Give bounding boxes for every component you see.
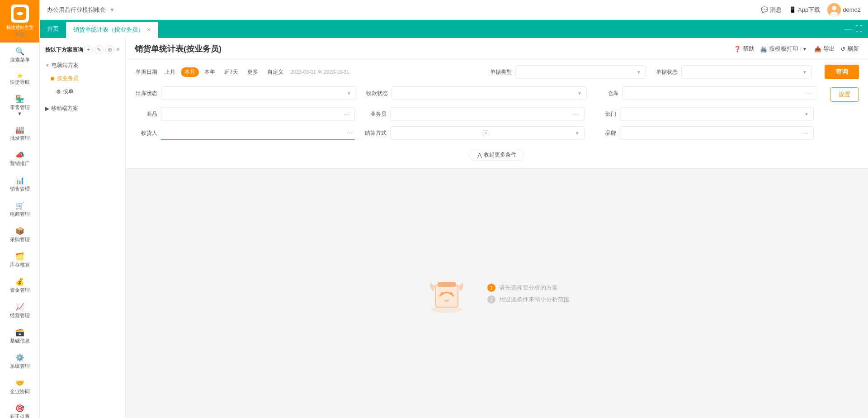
docstatus-caret: ▼ xyxy=(802,70,807,75)
marketing-icon: 📣 xyxy=(15,151,24,159)
sales-icon: 📊 xyxy=(15,176,24,185)
sidebar-item-enterprise[interactable]: 🤝 企业协同 xyxy=(0,374,39,399)
add-scheme-button[interactable]: + xyxy=(84,45,93,54)
help-button[interactable]: ❓ 帮助 xyxy=(734,45,755,53)
delete-scheme-button[interactable]: ⊕ xyxy=(105,45,114,54)
goods-dots[interactable]: ··· xyxy=(344,110,350,118)
user-avatar-button[interactable]: demo2 xyxy=(827,3,861,17)
goods-input[interactable]: ··· xyxy=(161,107,355,121)
sidebar-item-purchase[interactable]: 📦 采购管理 xyxy=(0,222,39,247)
topbar-right: 💬 消息 📱 App下载 demo2 xyxy=(761,3,861,17)
print-label: 按模板打印 xyxy=(769,45,798,53)
settlement-select[interactable]: × ▼ xyxy=(390,126,584,140)
export-button[interactable]: 📤 导出 xyxy=(814,45,835,53)
export-label: 导出 xyxy=(823,45,835,53)
search-menu[interactable]: 🔍 搜索菜单 xyxy=(0,43,39,68)
sidebar-item-label: 采购管理 xyxy=(10,236,30,243)
tabbar: 首页 销货单统计表（按业务员） ✕ — ⛶ xyxy=(40,20,868,38)
sidebar-item-system[interactable]: ⚙️ 系统管理 xyxy=(0,349,39,374)
shortcut-nav[interactable]: ⭐ 快捷导航 xyxy=(10,68,30,90)
industry-dropdown-icon[interactable]: ▼ xyxy=(109,7,115,13)
collapse-panel-button[interactable]: « xyxy=(116,45,120,54)
query-button[interactable]: 查询 xyxy=(825,65,859,79)
operations-icon: 📈 xyxy=(15,303,24,311)
scheme-by-order[interactable]: ⚙ 按单 xyxy=(40,85,125,98)
page-title: 销货单统计表(按业务员) xyxy=(135,43,222,54)
sidebar-item-label: 营销推广 xyxy=(10,160,30,167)
date-filter-label: 单据日期 xyxy=(135,68,157,76)
desktop-scheme-label: 电脑端方案 xyxy=(52,62,79,69)
settings-button[interactable]: 设置 xyxy=(830,87,859,102)
tab-minimize-icon[interactable]: — xyxy=(844,25,852,33)
sidebar-item-label: 零售管理 xyxy=(10,104,30,111)
stock-status-select[interactable]: ▼ xyxy=(161,86,356,100)
date-range-text: 2023-03-01 至 2023-03-31 xyxy=(291,69,349,76)
page-header: 销货单统计表(按业务员) ❓ 帮助 🖨️ 按模板打印 ▼ 📤 xyxy=(126,38,868,59)
collapse-label: 收起更多条件 xyxy=(484,151,516,159)
refresh-button[interactable]: ↺ 刷新 xyxy=(840,45,859,53)
dept-select[interactable]: ▼ xyxy=(620,107,814,121)
message-button[interactable]: 💬 消息 xyxy=(761,6,782,14)
date-tab-more[interactable]: 更多 xyxy=(244,67,262,77)
right-panel: 销货单统计表(按业务员) ❓ 帮助 🖨️ 按模板打印 ▼ 📤 xyxy=(126,38,868,418)
sidebar-item-label: 库存核算 xyxy=(10,261,30,268)
date-tab-custom[interactable]: 自定义 xyxy=(264,67,287,77)
sidebar-item-retail[interactable]: 🏪 零售管理 xyxy=(0,90,39,121)
dept-filter-item: 部门 ▼ xyxy=(594,107,814,121)
sidebar-item-ecommerce[interactable]: 🛒 电商管理 xyxy=(0,197,39,222)
warehouse-label: 仓库 xyxy=(596,90,618,97)
sidebar-item-guide[interactable]: 🎯 新手引导 xyxy=(0,399,39,418)
print-dropdown-button[interactable]: ▼ xyxy=(800,47,809,52)
docstatus-label: 单据状态 xyxy=(655,68,678,76)
sidebar-item-sales[interactable]: 📊 销售管理 xyxy=(0,171,39,197)
edit-scheme-button[interactable]: ✎ xyxy=(94,45,104,54)
sidebar-item-wholesale[interactable]: 🏭 批发管理 xyxy=(0,121,39,146)
salesrep-input[interactable]: ··· xyxy=(390,107,584,121)
date-filter-item: 单据日期 上月 本月 本年 近7天 更多 自定义 2023-03-01 至 20… xyxy=(135,67,480,77)
brand-dots[interactable]: ··· xyxy=(802,129,809,137)
sidebar-item-finance[interactable]: 💰 资金管理 xyxy=(0,273,39,298)
settlement-clear-button[interactable]: × xyxy=(483,130,489,136)
sidebar-item-label: 资金管理 xyxy=(10,287,30,294)
sidebar-item-label: 新手引导 xyxy=(10,413,30,418)
salesrep-dots[interactable]: ··· xyxy=(573,110,580,118)
collapse-conditions-button[interactable]: ⋀ 收起更多条件 xyxy=(470,149,524,161)
mobile-scheme-expand[interactable]: ▶ 移动端方案 xyxy=(40,102,125,115)
doctype-select[interactable]: ▼ xyxy=(515,65,646,79)
brand-input[interactable]: ··· xyxy=(620,126,814,140)
warehouse-dots[interactable]: ··· xyxy=(806,90,812,97)
date-tab-thisyear[interactable]: 本年 xyxy=(201,67,219,77)
print-main-button[interactable]: 🖨️ 按模板打印 xyxy=(760,45,800,53)
svg-point-3 xyxy=(832,6,836,10)
wholesale-icon: 🏭 xyxy=(15,125,24,134)
sidebar-item-basic-info[interactable]: 🗃️ 基础信息 xyxy=(0,323,39,349)
scheme-by-salesrep[interactable]: 按业务员 xyxy=(40,72,125,85)
export-icon: 📤 xyxy=(814,46,821,52)
tip-text-2: 用过滤条件来缩小分析范围 xyxy=(499,295,570,304)
tab-close-icon[interactable]: ✕ xyxy=(146,27,151,33)
desktop-scheme-expand[interactable]: ▼ 电脑端方案 xyxy=(40,59,125,72)
tab-home[interactable]: 首页 xyxy=(40,20,66,38)
date-tab-lastmonth[interactable]: 上月 xyxy=(161,67,179,77)
guide-icon: 🎯 xyxy=(15,404,24,413)
logo-text: 畅捷通好生意 xyxy=(6,24,33,30)
consignee-dots[interactable]: ··· xyxy=(347,129,354,136)
consignee-input[interactable]: ··· xyxy=(161,126,355,140)
payment-status-select[interactable]: ▼ xyxy=(392,86,587,100)
tab-expand-icon[interactable]: ⛶ xyxy=(855,25,863,33)
tab-sales-report[interactable]: 销货单统计表（按业务员） ✕ xyxy=(66,22,158,38)
date-tab-7days[interactable]: 近7天 xyxy=(221,67,242,77)
warehouse-input[interactable]: ··· xyxy=(622,86,817,100)
filter-settings-col: 设置 xyxy=(826,85,859,102)
sidebar-item-operations[interactable]: 📈 经营管理 xyxy=(0,298,39,323)
docstatus-select[interactable]: ▼ xyxy=(681,65,812,79)
sidebar-item-marketing[interactable]: 📣 营销推广 xyxy=(0,146,39,171)
avatar xyxy=(827,3,841,17)
salesrep-label: 业务员 xyxy=(364,110,387,118)
payment-status-caret: ▼ xyxy=(577,91,582,96)
empty-tip-2: 2 用过滤条件来缩小分析范围 xyxy=(487,295,570,304)
app-download-button[interactable]: 📱 App下载 xyxy=(789,6,820,14)
topbar: 办公用品行业模拟账套 ▼ 💬 消息 📱 App下载 de xyxy=(40,0,868,20)
sidebar-item-inventory[interactable]: 🗂️ 库存核算 xyxy=(0,247,39,273)
date-tab-thismonth[interactable]: 本月 xyxy=(181,67,199,77)
